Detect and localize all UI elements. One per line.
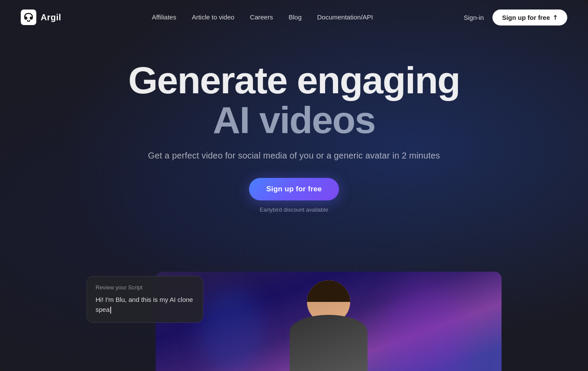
hero-title-line1: Generate engaging (128, 59, 460, 101)
nav-item-blog[interactable]: Blog (288, 13, 301, 21)
signin-link[interactable]: Sign-in (463, 14, 484, 21)
logo-area[interactable]: Argil (21, 10, 61, 25)
blue-light-decoration (199, 289, 264, 371)
person-body (290, 315, 368, 371)
script-review-card: Review your Script Hi! I'm Blu, and this… (86, 276, 203, 323)
hero-cta: Sign up for free Earlybird discount avai… (0, 178, 588, 213)
svg-point-2 (30, 16, 33, 19)
argil-logo-icon (21, 10, 36, 25)
nav-item-docs[interactable]: Documentation/API (317, 13, 373, 21)
preview-area: Review your Script Hi! I'm Blu, and this… (86, 272, 502, 371)
person-avatar (264, 276, 393, 371)
script-card-content: Hi! I'm Blu, and this is my AI clone spe… (96, 295, 194, 314)
hero-title: Generate engaging AI videos (0, 60, 588, 140)
hero-section: Generate engaging AI videos Get a perfec… (0, 35, 588, 213)
nav-item-careers[interactable]: Careers (250, 13, 273, 21)
navbar: Argil Affiliates Article to video Career… (0, 0, 588, 35)
hero-subtitle: Get a perfect video for social media of … (0, 151, 588, 161)
svg-point-1 (24, 16, 27, 19)
page-wrapper: Argil Affiliates Article to video Career… (0, 0, 588, 371)
hero-signup-button[interactable]: Sign up for free (249, 178, 339, 200)
nav-item-article-to-video[interactable]: Article to video (192, 13, 234, 21)
arrow-icon: ↗ (551, 13, 559, 22)
purple-light-decoration (380, 280, 467, 371)
svg-rect-0 (21, 10, 36, 25)
script-card-title: Review your Script (96, 284, 194, 291)
logo-text: Argil (41, 13, 61, 22)
video-preview (156, 272, 502, 371)
nav-item-affiliates[interactable]: Affiliates (152, 13, 176, 21)
nav-right: Sign-in Sign up for free ↗ (463, 10, 567, 25)
nav-links: Affiliates Article to video Careers Blog… (152, 13, 373, 21)
hero-title-line2: AI videos (213, 98, 375, 141)
signup-button-navbar[interactable]: Sign up for free ↗ (492, 10, 567, 25)
text-cursor (110, 307, 111, 314)
earlybird-text: Earlybird discount available (260, 206, 328, 213)
